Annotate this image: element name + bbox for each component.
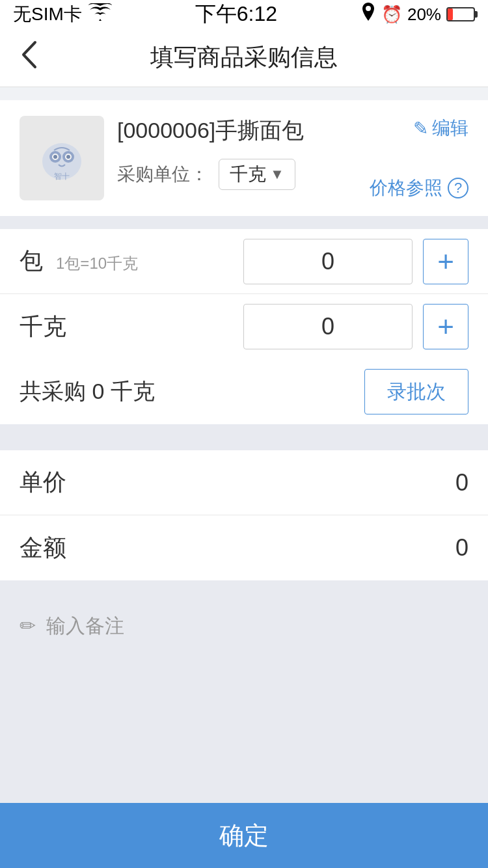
main-content: 智十 [0000006]手撕面包 采购单位： 千克 ▼ ✎ 编辑 价格参照 ? xyxy=(0,100,488,868)
total-row: 共采购 0 千克 录批次 xyxy=(0,359,488,424)
battery-fill xyxy=(448,8,453,20)
edit-label: 编辑 xyxy=(432,116,468,141)
kg-label: 千克 xyxy=(20,311,243,343)
price-ref-button[interactable]: 价格参照 ? xyxy=(370,176,468,200)
input-section: 包 1包=10千克 0 + 千克 0 + xyxy=(0,229,488,359)
unit-price-value: 0 xyxy=(455,469,468,496)
amount-row: 金额 0 xyxy=(0,515,488,580)
pack-plus-button[interactable]: + xyxy=(423,239,468,284)
pack-plus-icon: + xyxy=(437,245,454,278)
carrier-label: 无SIM卡 xyxy=(13,2,82,27)
unit-select-arrow: ▼ xyxy=(270,166,284,183)
pack-input[interactable]: 0 xyxy=(243,239,413,284)
price-ref-label: 价格参照 xyxy=(370,176,442,200)
note-placeholder: 输入备注 xyxy=(46,613,124,640)
batch-label: 录批次 xyxy=(387,379,446,405)
confirm-label: 确定 xyxy=(219,819,269,852)
unit-price-label: 单价 xyxy=(20,467,66,498)
total-label: 共采购 xyxy=(20,379,86,403)
svg-point-0 xyxy=(366,6,371,11)
kg-plus-icon: + xyxy=(437,310,454,343)
batch-button[interactable]: 录批次 xyxy=(364,369,468,414)
svg-text:智十: 智十 xyxy=(54,172,70,181)
svg-point-7 xyxy=(66,155,70,159)
pack-label-group: 包 1包=10千克 xyxy=(20,245,243,277)
pencil-icon: ✏ xyxy=(20,614,36,637)
pack-input-row: 包 1包=10千克 0 + xyxy=(0,229,488,294)
status-left: 无SIM卡 xyxy=(13,2,112,27)
confirm-button[interactable]: 确定 xyxy=(0,803,488,868)
battery-indicator xyxy=(446,7,475,21)
edit-icon: ✎ xyxy=(413,118,428,139)
section-divider-2 xyxy=(0,424,488,437)
location-icon xyxy=(360,3,376,27)
unit-select[interactable]: 千克 ▼ xyxy=(219,159,295,190)
product-card: 智十 [0000006]手撕面包 采购单位： 千克 ▼ ✎ 编辑 价格参照 ? xyxy=(0,100,488,216)
total-value: 0 xyxy=(92,379,104,403)
price-section: 单价 0 金额 0 xyxy=(0,450,488,580)
status-right: ⏰ 20% xyxy=(360,3,475,27)
status-time: 下午6:12 xyxy=(195,0,277,29)
unit-label: 采购单位： xyxy=(117,162,208,187)
unit-value: 千克 xyxy=(230,162,266,187)
amount-label: 金额 xyxy=(20,532,66,564)
product-image: 智十 xyxy=(20,116,104,200)
back-button[interactable] xyxy=(20,40,51,75)
pack-label: 包 xyxy=(20,247,43,274)
note-section[interactable]: ✏ 输入备注 xyxy=(0,593,488,671)
unit-price-row: 单价 0 xyxy=(0,450,488,515)
total-unit: 千克 xyxy=(111,379,155,403)
wifi-icon xyxy=(88,3,112,26)
kg-plus-button[interactable]: + xyxy=(423,304,468,349)
svg-point-6 xyxy=(53,155,57,159)
page-header: 填写商品采购信息 xyxy=(0,29,488,87)
battery-percent: 20% xyxy=(407,5,441,25)
pack-sublabel: 1包=10千克 xyxy=(56,254,138,272)
alarm-icon: ⏰ xyxy=(381,5,402,25)
edit-button[interactable]: ✎ 编辑 xyxy=(413,116,468,141)
kg-input[interactable]: 0 xyxy=(243,304,413,349)
total-text: 共采购 0 千克 xyxy=(20,377,155,407)
amount-value: 0 xyxy=(455,534,468,562)
page-title: 填写商品采购信息 xyxy=(150,42,338,74)
status-bar: 无SIM卡 下午6:12 ⏰ 20% xyxy=(0,0,488,29)
pack-value: 0 xyxy=(321,248,334,275)
kg-input-row: 千克 0 + xyxy=(0,294,488,359)
section-divider-1 xyxy=(0,216,488,229)
kg-value: 0 xyxy=(321,313,334,340)
help-icon: ? xyxy=(448,178,468,198)
